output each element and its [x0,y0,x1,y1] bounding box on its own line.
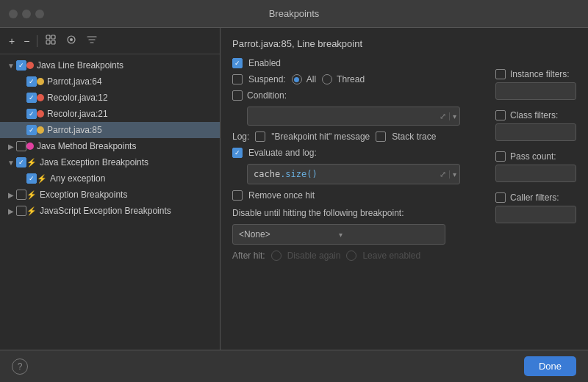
condition-dropdown-arrow[interactable]: ▾ [449,112,459,120]
label-parrot-85: Parrot.java:85 [47,125,102,135]
lightning-icon-java-exception: ⚡ [26,158,37,167]
tree-item-parrot-64[interactable]: Parrot.java:64 [0,73,220,90]
remove-once-hit-label: Remove once hit [248,190,315,201]
label-java-exception: Java Exception Breakpoints [40,157,148,167]
expand-arrow-java-line[interactable]: ▼ [6,62,16,70]
suspend-checkbox[interactable] [232,74,243,84]
class-filters-label: Class filters: [510,110,558,120]
tree-item-recolor-21[interactable]: Recolor.java:21 [0,106,220,122]
checkbox-java-method[interactable] [16,141,26,151]
condition-checkbox[interactable] [232,90,243,101]
class-filters-input-wrap: 📁 [495,123,576,141]
pass-count-input[interactable] [496,167,588,179]
condition-label: Condition: [247,90,287,101]
evaluate-label: Evaluate and log: [248,148,317,158]
svg-rect-1 [51,35,55,39]
pass-count-checkbox[interactable] [495,151,506,162]
close-button[interactable] [9,10,18,18]
caller-filters-label-row: Caller filters: [495,192,576,203]
tree-item-any-exception[interactable]: ⚡ Any exception [0,170,220,187]
condition-input-wrap: ⤢ ▾ [247,107,460,126]
breakpoint-hit-checkbox[interactable] [255,131,265,142]
class-filters-input[interactable] [496,126,588,138]
condition-input[interactable] [248,109,437,123]
checkbox-recolor-12[interactable] [26,93,37,103]
svg-rect-3 [51,40,55,44]
checkbox-recolor-21[interactable] [26,109,37,119]
left-panel: + − [0,28,220,382]
instance-filters-input[interactable] [496,85,588,97]
right-side-filters: Instance filters: 📁 Class filters: 📁 [495,69,576,223]
breakpoint-hit-label: "Breakpoint hit" message [271,131,370,142]
caller-filters-label: Caller filters: [510,192,559,203]
after-hit-label: After hit: [232,251,265,261]
class-filters-row: Class filters: 📁 [495,110,576,141]
class-filters-checkbox[interactable] [495,110,506,120]
label-exception: Exception Breakpoints [40,190,127,200]
filter-button[interactable] [83,32,101,49]
tree-item-parrot-85[interactable]: Parrot.java:85 [0,122,220,138]
checkbox-exception[interactable] [16,190,26,200]
lightning-icon-any-exception: ⚡ [37,174,47,184]
add-button[interactable]: + [6,34,18,48]
expand-arrow-java-method[interactable]: ▶ [6,143,16,151]
tree-item-js-exception[interactable]: ▶ ⚡ JavaScript Exception Breakpoints [0,203,220,219]
expand-arrow-exception[interactable]: ▶ [6,191,16,199]
enabled-checkbox[interactable] [232,58,243,68]
done-button[interactable]: Done [524,356,576,376]
expand-evaluate-icon[interactable]: ⤢ [437,170,449,179]
remove-once-hit-checkbox[interactable] [232,190,243,201]
maximize-button[interactable] [35,10,44,18]
instance-filters-checkbox[interactable] [495,69,506,79]
dot-icon-parrot-64 [37,78,44,85]
pass-count-input-wrap: 📁 [495,165,576,182]
breakpoint-tree: ▼ Java Line Breakpoints Parrot.java:64 R… [0,54,220,382]
bottom-bar: ? Done [0,350,588,382]
disable-select-arrow: ▾ [339,231,439,239]
remove-button[interactable]: − [21,34,32,48]
svg-rect-0 [46,35,50,39]
lightning-icon-exception: ⚡ [26,190,37,200]
label-parrot-64: Parrot.java:64 [47,76,102,87]
expand-condition-icon[interactable]: ⤢ [437,112,449,121]
caller-filters-checkbox[interactable] [495,192,506,203]
disable-select[interactable]: <None> ▾ [232,224,445,245]
tree-item-recolor-12[interactable]: Recolor.java:12 [0,90,220,106]
suspend-thread-radio[interactable] [322,74,332,84]
caller-filters-input[interactable] [496,209,588,220]
expand-arrow-js-exception[interactable]: ▶ [6,207,16,215]
expand-arrow-java-exception[interactable]: ▼ [6,159,16,167]
stack-trace-checkbox[interactable] [376,131,386,142]
dot-icon-java-method [26,143,34,150]
after-hit-row: After hit: Disable again Leave enabled [232,251,576,261]
evaluate-dropdown-arrow[interactable]: ▾ [449,170,459,179]
evaluate-checkbox[interactable] [232,148,243,158]
checkbox-parrot-85[interactable] [26,125,37,135]
label-recolor-21: Recolor.java:21 [47,109,108,119]
disable-select-value: <None> [239,229,339,239]
minimize-button[interactable] [22,10,31,18]
window-title: Breakpoints [269,8,320,19]
tree-item-java-line[interactable]: ▼ Java Line Breakpoints [0,57,220,73]
mute-button[interactable] [62,32,80,49]
pass-count-label-row: Pass count: [495,151,576,162]
dot-icon-java-line [26,62,34,69]
dot-icon-recolor-21 [37,110,44,118]
checkbox-parrot-64[interactable] [26,76,37,87]
help-button[interactable]: ? [12,358,28,375]
disable-select-row: <None> ▾ [232,224,576,245]
instance-filters-label: Instance filters: [510,69,570,79]
group-button[interactable] [42,32,60,49]
suspend-all-radio[interactable] [292,74,302,84]
checkbox-any-exception[interactable] [26,173,37,184]
tree-item-java-method[interactable]: ▶ Java Method Breakpoints [0,138,220,154]
traffic-lights [9,10,44,18]
instance-filters-input-wrap: 📁 [495,82,576,100]
suspend-thread-wrap: Thread [322,74,365,84]
checkbox-js-exception[interactable] [16,206,26,216]
right-panel: Parrot.java:85, Line breakpoint Enabled … [220,28,588,382]
checkbox-java-exception[interactable] [16,157,26,167]
tree-item-java-exception[interactable]: ▼ ⚡ Java Exception Breakpoints [0,154,220,170]
checkbox-java-line[interactable] [16,60,26,71]
tree-item-exception[interactable]: ▶ ⚡ Exception Breakpoints [0,187,220,203]
